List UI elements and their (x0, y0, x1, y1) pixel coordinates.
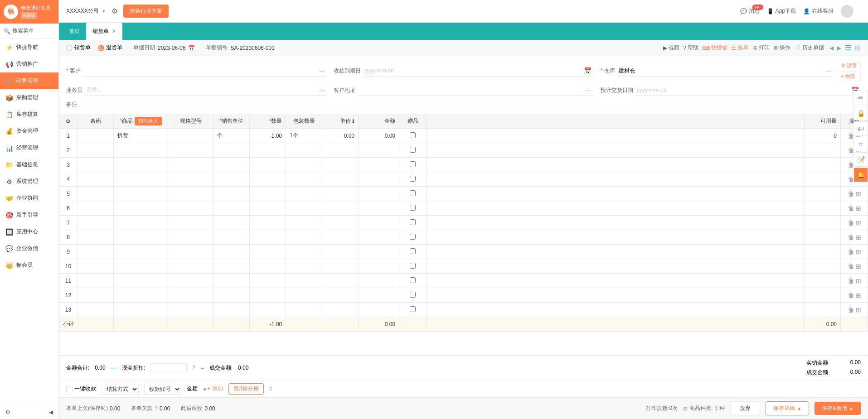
row-price[interactable] (322, 288, 359, 303)
row-amount[interactable] (359, 230, 399, 245)
sidebar-item-member[interactable]: 👑 畅会员 (0, 257, 58, 274)
row-pkgqty[interactable] (286, 288, 322, 303)
row-copy-icon[interactable]: ⊞ (856, 277, 861, 284)
tab-sales[interactable]: 销货单 ✕ (86, 23, 122, 40)
row-product[interactable] (114, 216, 168, 230)
row-barcode[interactable] (78, 259, 114, 274)
row-amount[interactable]: 0.00 (359, 129, 399, 143)
row-barcode[interactable] (78, 201, 114, 216)
row-pkgqty[interactable] (286, 143, 322, 158)
row-delete-icon[interactable]: 🗑 (848, 190, 854, 197)
sidebar-search[interactable]: 🔍 搜索菜单 (0, 24, 58, 39)
row-unit[interactable] (213, 143, 250, 158)
row-unit[interactable] (213, 158, 250, 172)
row-product[interactable] (114, 158, 168, 172)
radio-sales[interactable]: 销货单 (66, 44, 91, 52)
row-spec[interactable] (168, 201, 213, 216)
row-delete-icon[interactable]: 🗑 (848, 176, 854, 183)
salesman-dots-icon[interactable]: ··· (319, 87, 325, 94)
row-product[interactable] (114, 172, 168, 187)
row-qty[interactable] (250, 274, 286, 288)
warehouse-input[interactable]: 建材仓 ··· (617, 66, 833, 77)
due-date-calendar-icon[interactable]: 📅 (584, 67, 592, 74)
row-price[interactable] (322, 245, 359, 259)
row-unit[interactable] (213, 245, 250, 259)
trial-button[interactable]: 体验行业方案 (123, 5, 169, 18)
nav-next-icon[interactable]: ▶ (837, 45, 841, 51)
row-qty[interactable] (250, 201, 286, 216)
payment-help-icon[interactable]: ? (269, 386, 272, 392)
row-delete-icon[interactable]: 🗑 (848, 292, 854, 299)
row-price[interactable] (322, 230, 359, 245)
row-gift[interactable] (399, 158, 427, 172)
sidebar-item-wechat[interactable]: 💬 企业微信 (0, 240, 58, 257)
row-product[interactable] (114, 201, 168, 216)
row-product[interactable] (114, 303, 168, 317)
row-delete-icon[interactable]: 🗑 (848, 147, 854, 154)
right-tb-alert[interactable]: 🔔 (853, 168, 868, 182)
row-gift[interactable] (399, 201, 427, 216)
sidebar-item-system[interactable]: ⚙ 系统管理 (0, 173, 58, 190)
payment-method-select[interactable]: 结算方式 (102, 384, 139, 395)
gift-checkbox[interactable] (410, 292, 416, 298)
gift-checkbox[interactable] (410, 219, 416, 225)
row-copy-icon[interactable]: ⊞ (856, 219, 861, 226)
row-unit[interactable] (213, 230, 250, 245)
row-unit[interactable] (213, 303, 250, 317)
view-grid-icon[interactable]: ⊞ (855, 43, 861, 52)
customer-dots-icon[interactable]: ··· (319, 67, 325, 74)
toolbar-print[interactable]: 🖨 打印 (752, 44, 770, 52)
row-delete-icon[interactable]: 🗑 (848, 248, 854, 255)
row-unit[interactable]: 个 (213, 129, 250, 143)
row-delete-icon[interactable]: 🗑 (848, 263, 854, 270)
expected-date-input[interactable]: yyyy-mm-dd 📅 (635, 85, 861, 96)
row-gift[interactable] (399, 288, 427, 303)
sidebar-item-basic[interactable]: 📁 基础信息 (0, 156, 58, 173)
row-spec[interactable] (168, 187, 213, 201)
row-gift[interactable] (399, 143, 427, 158)
salesman-input[interactable]: 选择... ··· (84, 85, 326, 96)
row-copy-icon[interactable]: ⊞ (856, 205, 861, 212)
row-amount[interactable] (359, 288, 399, 303)
row-qty[interactable]: -1.00 (250, 129, 286, 143)
col-header-settings[interactable]: ⚙ (59, 114, 78, 129)
right-tb-note[interactable]: 📝 (853, 152, 868, 167)
view-list-icon[interactable]: ☰ (845, 43, 851, 52)
save-new-button[interactable]: 保存&新增 ▲ (815, 402, 861, 415)
save-draft-button[interactable]: 保存草稿 ▲ (766, 401, 809, 415)
online-service-button[interactable]: 👤 在线客服 (803, 7, 834, 15)
row-copy-icon[interactable]: ⊞ (856, 190, 861, 197)
right-tb-star[interactable]: ☆ (853, 137, 868, 151)
logistics-button[interactable]: + 物流 (837, 72, 861, 81)
row-pkgqty[interactable] (286, 230, 322, 245)
row-pkgqty[interactable] (286, 274, 322, 288)
row-price[interactable] (322, 303, 359, 317)
toolbar-help[interactable]: ? 帮助 (683, 44, 698, 52)
row-delete-icon[interactable]: 🗑 (848, 277, 854, 284)
row-pkgqty[interactable]: 1个 (286, 129, 322, 143)
topbar-settings-icon[interactable]: ⚙ (112, 7, 118, 15)
row-qty[interactable] (250, 230, 286, 245)
row-amount[interactable] (359, 245, 399, 259)
row-amount[interactable] (359, 143, 399, 158)
discard-button[interactable]: 放弃 (730, 401, 760, 415)
addr-dots-icon[interactable]: ··· (587, 87, 592, 94)
row-delete-icon[interactable]: 🗑 (848, 234, 854, 241)
row-product[interactable] (114, 143, 168, 158)
row-delete-icon[interactable]: 🗑 (848, 132, 854, 140)
row-product[interactable] (114, 274, 168, 288)
customer-addr-input[interactable]: ··· (357, 85, 594, 96)
app-download-button[interactable]: 📱 App下载 (767, 7, 796, 15)
row-barcode[interactable] (78, 158, 114, 172)
gift-checkbox[interactable] (410, 176, 416, 182)
row-pkgqty[interactable] (286, 245, 322, 259)
toolbar-operate[interactable]: ⚙ 操作 (773, 44, 790, 52)
row-price[interactable] (322, 259, 359, 274)
sidebar-item-shortcut[interactable]: ⚡ 快捷导航 (0, 39, 58, 56)
row-unit[interactable] (213, 274, 250, 288)
row-barcode[interactable] (78, 143, 114, 158)
right-tb-edit[interactable]: ✏ (853, 91, 868, 105)
date-calendar-icon[interactable]: 📅 (188, 45, 195, 51)
row-copy-icon[interactable]: ⊞ (856, 263, 861, 270)
row-unit[interactable] (213, 201, 250, 216)
